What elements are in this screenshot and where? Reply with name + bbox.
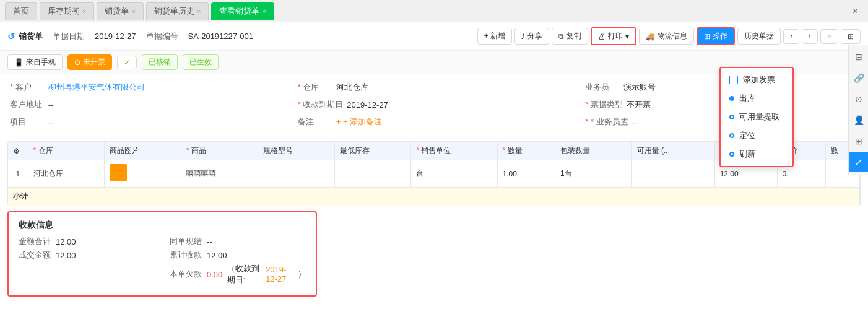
available-qty-label: 可用量提取 bbox=[739, 111, 779, 123]
tab-inventory-close[interactable]: × bbox=[82, 7, 86, 15]
add-remark-label: + 添加备注 bbox=[343, 117, 382, 126]
locate-icon bbox=[729, 133, 734, 138]
doc-meta: 单据日期 2019-12-27 单据编号 SA-20191227-001 bbox=[53, 31, 253, 42]
row-sales-unit: 台 bbox=[411, 160, 497, 188]
col-available: 可用量 (... bbox=[631, 142, 714, 160]
confirmed-status: 已核销 bbox=[142, 54, 178, 70]
from-phone-label: 来自手机 bbox=[26, 57, 56, 67]
total-amount-value: 12.00 bbox=[56, 237, 76, 246]
side-icon-expand[interactable]: ⤢ bbox=[849, 152, 868, 172]
warehouse-field: 仓库 河北仓库 bbox=[298, 82, 571, 93]
payment-date-value: 2019-12-27 bbox=[347, 100, 388, 110]
tab-sales-order[interactable]: 销货单 × bbox=[97, 2, 143, 20]
operation-button[interactable]: ⊞ 操作 bbox=[697, 27, 735, 45]
side-icon-1[interactable]: ⊟ bbox=[849, 47, 868, 67]
dropdown-outbound[interactable]: 出库 bbox=[721, 89, 792, 108]
subtotal-row: 小计 bbox=[8, 188, 860, 206]
transaction-amount-value: 12.00 bbox=[56, 251, 76, 260]
window-close-button[interactable]: × bbox=[848, 6, 863, 17]
add-remark-icon: + bbox=[336, 117, 341, 126]
tab-history-label: 销货单历史 bbox=[154, 6, 194, 17]
print-icon: 🖨 bbox=[598, 32, 605, 41]
available-qty-icon bbox=[729, 115, 734, 119]
tab-home-label: 首页 bbox=[13, 6, 29, 17]
current-arrears-label: 本单欠款 bbox=[170, 269, 202, 280]
doc-title: ↺ 销货单 bbox=[7, 31, 43, 42]
refresh-label: 刷新 bbox=[739, 149, 755, 160]
payment-grid: 金额合计 12.00 成交金额 12.00 同单现结 -- 累计收款 bbox=[19, 236, 306, 288]
tab-sales-history[interactable]: 销货单历史 × bbox=[146, 2, 209, 20]
side-icon-2[interactable]: 🔗 bbox=[849, 68, 868, 88]
customer-value[interactable]: 柳州粤港平安气体有限公司 bbox=[48, 82, 145, 93]
payment-date-label: 收款到期日 bbox=[298, 99, 344, 110]
view2-button[interactable]: ⊞ bbox=[841, 29, 861, 44]
add-remark-button[interactable]: + + 添加备注 bbox=[336, 116, 382, 128]
effective-status: 已生效 bbox=[183, 54, 219, 70]
not-opened-button[interactable]: ⊙ 未开票 bbox=[67, 54, 112, 70]
next-button[interactable]: › bbox=[802, 29, 818, 44]
new-button[interactable]: + 新增 bbox=[477, 28, 512, 45]
check-icon: ✓ bbox=[124, 58, 130, 67]
warehouse-value: 河北仓库 bbox=[336, 82, 368, 93]
col-spec: 规格型号 bbox=[258, 142, 334, 160]
payment-date-field: 收款到期日 2019-12-27 bbox=[298, 99, 571, 110]
side-icon-4[interactable]: 👤 bbox=[849, 110, 868, 130]
dropdown-available-qty[interactable]: 可用量提取 bbox=[721, 108, 792, 126]
copy-button[interactable]: ⧉ 复制 bbox=[552, 28, 588, 45]
operation-dropdown: 添加发票 出库 可用量提取 定位 刷新 bbox=[719, 67, 794, 167]
payment-info-box: 收款信息 金额合计 12.00 成交金额 12.00 同单现结 -- bbox=[7, 211, 317, 297]
from-phone-button[interactable]: 📱 来自手机 bbox=[7, 54, 63, 70]
tab-sales-label: 销货单 bbox=[105, 6, 129, 17]
due-date-value: 2019-12-27 bbox=[266, 265, 293, 284]
address-label: 客户地址 bbox=[10, 99, 45, 110]
history-button[interactable]: 历史单据 bbox=[737, 28, 781, 45]
print-dropdown-icon: ▾ bbox=[625, 32, 629, 41]
tab-history-close[interactable]: × bbox=[197, 7, 201, 15]
product-image bbox=[110, 164, 127, 181]
row-min-stock bbox=[334, 160, 411, 188]
staff2-value: -- bbox=[632, 118, 638, 127]
dropdown-add-invoice[interactable]: 添加发票 bbox=[721, 71, 792, 89]
print-button[interactable]: 🖨 打印 ▾ bbox=[591, 27, 636, 45]
cumulative-payment-label: 累计收款 bbox=[170, 250, 202, 261]
same-order-settle-label: 同单现结 bbox=[170, 236, 202, 247]
outbound-label: 出库 bbox=[739, 93, 755, 104]
outbound-icon bbox=[729, 96, 734, 101]
refresh-icon bbox=[729, 152, 734, 157]
dropdown-refresh[interactable]: 刷新 bbox=[721, 145, 792, 163]
payment-col-right: 同单现结 -- 累计收款 12.00 本单欠款 0.00 （收款到期日: 201… bbox=[170, 236, 306, 288]
phone-icon: 📱 bbox=[14, 58, 24, 67]
logistics-button[interactable]: 🚚 物流信息 bbox=[639, 28, 694, 45]
add-invoice-icon bbox=[729, 76, 738, 84]
side-icon-3[interactable]: ⊙ bbox=[849, 89, 868, 109]
tab-sales-close[interactable]: × bbox=[131, 7, 135, 15]
tab-bar: 首页 库存期初 × 销货单 × 销货单历史 × 查看销货单 × × bbox=[0, 0, 868, 22]
view1-button[interactable]: ≡ bbox=[820, 29, 838, 44]
copy-icon: ⧉ bbox=[558, 32, 564, 41]
check-button[interactable]: ✓ bbox=[117, 56, 137, 69]
side-icon-5[interactable]: ⊞ bbox=[849, 131, 868, 151]
tab-home[interactable]: 首页 bbox=[5, 2, 37, 20]
total-amount-row: 金额合计 12.00 bbox=[19, 236, 155, 247]
side-icons-panel: ⊟ 🔗 ⊙ 👤 ⊞ ⤢ bbox=[848, 45, 868, 175]
staff2-label: * 业务员盂 bbox=[585, 116, 628, 128]
tab-view-sales[interactable]: 查看销货单 × bbox=[211, 2, 274, 20]
col-min-stock: 最低库存 bbox=[334, 142, 411, 160]
tab-inventory-init[interactable]: 库存期初 × bbox=[40, 2, 94, 20]
project-field: 项目 -- bbox=[10, 116, 283, 128]
tab-view-close[interactable]: × bbox=[262, 7, 266, 15]
prev-button[interactable]: ‹ bbox=[783, 29, 799, 44]
share-button[interactable]: ⤴ 分享 bbox=[514, 28, 549, 45]
col-settings[interactable]: ⚙ bbox=[8, 142, 28, 160]
not-opened-label: 未开票 bbox=[83, 57, 105, 67]
tab-view-label: 查看销货单 bbox=[219, 6, 259, 17]
current-arrears-row: 本单欠款 0.00 （收款到期日: 2019-12-27 ） bbox=[170, 263, 306, 285]
number-value: SA-20191227-001 bbox=[188, 32, 254, 41]
dropdown-locate[interactable]: 定位 bbox=[721, 126, 792, 145]
truck-icon: 🚚 bbox=[646, 32, 655, 41]
current-arrears-value: 0.00 bbox=[207, 270, 222, 279]
cumulative-payment-value: 12.00 bbox=[207, 251, 227, 260]
toolbar: + 新增 ⤴ 分享 ⧉ 复制 🖨 打印 ▾ 🚚 物流信息 bbox=[477, 27, 861, 45]
date-value: 2019-12-27 bbox=[95, 32, 136, 41]
warehouse-label: 仓库 bbox=[298, 82, 332, 93]
